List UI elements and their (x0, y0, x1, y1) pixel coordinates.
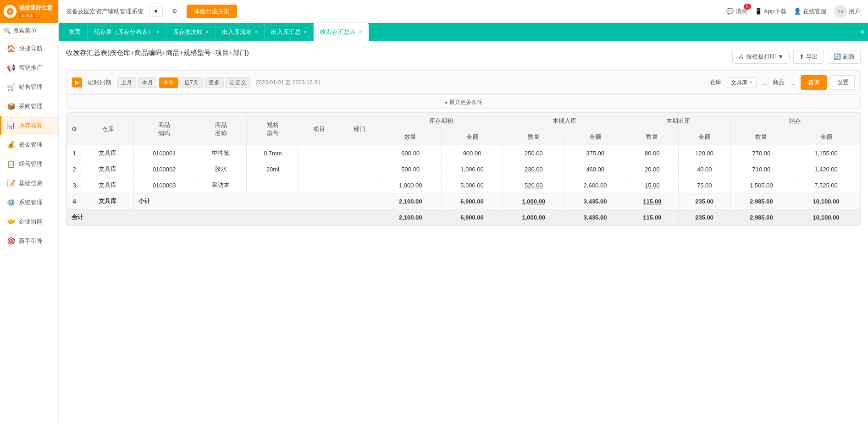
basic-icon: 📝 (7, 179, 15, 187)
system-title: 装备及固定资产辅助管理系统 (66, 7, 144, 16)
cell-opening-amt: 900.00 (441, 145, 503, 161)
subtotal-in-qty[interactable]: 1,000.00 (503, 193, 564, 209)
th-settings[interactable]: ⚙ (67, 113, 82, 145)
tab-receive-send[interactable]: 收发存汇总表 × (314, 23, 369, 41)
warehouse-more[interactable]: ... (762, 79, 767, 86)
th-in-qty: 数量 (503, 129, 564, 145)
header-actions: 🖨 按模板打印 ▼ ⬆ 导出 🔄 刷新 (732, 50, 861, 64)
goods-more[interactable]: ... (790, 79, 795, 86)
th-period-out: 本期出库 (626, 113, 730, 129)
sidebar-item-operation[interactable]: 📋 经营管理 (0, 154, 58, 174)
date-btn-7days[interactable]: 近7天 (180, 77, 203, 88)
tab-close-icon[interactable]: × (254, 29, 258, 35)
sidebar-item-purchase[interactable]: 📦 采购管理 (0, 97, 58, 116)
sidebar-item-corp[interactable]: 🤝 企业协同 (0, 212, 58, 231)
tab-close-icon[interactable]: × (359, 29, 362, 35)
cell-out-qty[interactable]: 15.00 (626, 177, 678, 193)
filter-expand-button[interactable]: ▶ (72, 77, 82, 88)
settings-button[interactable]: 设置 (831, 75, 855, 90)
search-menu-item[interactable]: 🔍 搜索菜单 (0, 23, 58, 39)
cell-name: 中性笔 (195, 145, 247, 161)
filter-bar: ▶ 记账日期 上月 本月 本年 近7天 更多 自定义 2023-01-01 至 … (66, 70, 861, 95)
cell-in-qty[interactable]: 250.00 (503, 145, 564, 161)
warehouse-remove-icon[interactable]: × (749, 79, 752, 86)
cell-index: 3 (67, 177, 82, 193)
page-header: 收发存汇总表(按仓库+商品编码+商品+规格型号+项目+部门) 🖨 按模板打印 ▼… (66, 49, 861, 65)
app-name: 畅捷通好生意 (19, 4, 52, 12)
app-download-item[interactable]: 📱 App下载 (755, 7, 786, 16)
expand-more-bar[interactable]: ▾ 展开更多条件 (66, 97, 861, 109)
tab-inventory-dist[interactable]: 现存量（库存分布表） × (88, 23, 166, 41)
user-item[interactable]: Ea 用户 (834, 5, 861, 18)
th-spec: 规格型号 (247, 113, 299, 145)
tab-bar-close-button[interactable]: × (860, 28, 864, 36)
date-btn-this-year[interactable]: 本年 (159, 77, 178, 88)
date-btn-custom[interactable]: 自定义 (226, 77, 250, 88)
ea-label: Ea (837, 9, 843, 14)
date-btn-more[interactable]: 更多 (205, 77, 224, 88)
sidebar-item-quick-nav[interactable]: 🏠 快捷导航 (0, 39, 58, 58)
date-btn-this-month[interactable]: 本月 (138, 77, 157, 88)
date-btn-last-month[interactable]: 上月 (117, 77, 136, 88)
sidebar-item-system[interactable]: ⚙️ 系统管理 (0, 193, 58, 212)
filter-row: ▶ 记账日期 上月 本月 本年 近7天 更多 自定义 2023-01-01 至 … (72, 75, 855, 90)
cell-code: 0100003 (133, 177, 195, 193)
cell-code: 0100002 (133, 161, 195, 177)
th-opening-amt: 金额 (441, 129, 503, 145)
cell-out-amt: 40.00 (678, 161, 730, 177)
tab-close-icon[interactable]: × (205, 29, 209, 35)
query-button[interactable]: 查询 (801, 75, 827, 90)
warehouse-tag[interactable]: 文具库 × (727, 77, 757, 88)
page-title: 收发存汇总表(按仓库+商品编码+商品+规格型号+项目+部门) (66, 49, 249, 57)
app-tag: 标准版 (19, 13, 35, 18)
export-label: 导出 (806, 53, 818, 61)
cell-in-qty[interactable]: 230.00 (503, 161, 564, 177)
cell-out-qty[interactable]: 20.00 (626, 161, 678, 177)
tab-flow[interactable]: 出入库流水 × (216, 23, 265, 41)
system-icon: ⚙️ (7, 198, 15, 207)
refresh-button[interactable]: 🔄 刷新 (828, 50, 861, 64)
data-table-container: ⚙ 仓库 商品编码 商品名称 规格型号 项目 部门 库存期初 本期入库 本期出库 (66, 112, 861, 226)
tab-label: 出入库汇总 (271, 28, 301, 36)
cell-opening-amt: 5,000.00 (441, 177, 503, 193)
sidebar-item-label: 企业协同 (19, 218, 43, 226)
sidebar-item-marketing[interactable]: 📢 营销推广 (0, 58, 58, 77)
print-button[interactable]: 🖨 按模板打印 ▼ (732, 50, 790, 64)
tab-batch[interactable]: 库存批次账 × (166, 23, 216, 41)
cell-out-qty[interactable]: 80.00 (626, 145, 678, 161)
th-name: 商品名称 (195, 113, 247, 145)
total-row: 合计 2,100.00 6,900.00 1,000.00 3,435.00 1… (67, 209, 860, 225)
date-label: 记账日期 (88, 78, 111, 87)
sidebar-item-guide[interactable]: 🎯 新手引导 (0, 231, 58, 251)
system-select[interactable]: ▼ (149, 6, 163, 17)
total-out-qty: 115.00 (626, 209, 678, 225)
message-item[interactable]: 💬 消息 6 (726, 7, 747, 16)
sidebar-item-sales[interactable]: 🛒 销售管理 (0, 77, 58, 97)
cell-in-qty[interactable]: 520.00 (503, 177, 564, 193)
cell-spec: 20ml (247, 161, 299, 177)
tab-label: 库存批次账 (173, 28, 203, 36)
data-table: ⚙ 仓库 商品编码 商品名称 规格型号 项目 部门 库存期初 本期入库 本期出库 (66, 113, 860, 225)
online-service-item[interactable]: 👤 在线客服 (794, 7, 827, 16)
inventory-icon: 📊 (7, 121, 15, 130)
sidebar-item-basic[interactable]: 📝 基础信息 (0, 174, 58, 193)
cell-warehouse: 文具库 (82, 161, 134, 177)
export-button[interactable]: ⬆ 导出 (793, 50, 824, 64)
th-out-qty: 数量 (626, 129, 678, 145)
total-out-amt: 235.00 (678, 209, 730, 225)
tab-summary[interactable]: 出入库汇总 × (265, 23, 314, 41)
try-button[interactable]: 体验行业方案 (187, 5, 237, 18)
sidebar-item-finance[interactable]: 💰 资金管理 (0, 135, 58, 154)
sidebar-item-inventory[interactable]: 📊 库存核算 (0, 116, 58, 135)
cell-index: 1 (67, 145, 82, 161)
main-content: 装备及固定资产辅助管理系统 ▼ ⚙ 体验行业方案 💬 消息 6 📱 App下载 (59, 0, 868, 423)
subtotal-out-qty[interactable]: 115.00 (626, 193, 678, 209)
settings-icon[interactable]: ⚙ (168, 5, 181, 18)
tab-home[interactable]: 首页 (62, 23, 88, 41)
tab-close-icon[interactable]: × (304, 29, 307, 35)
goods-label: 商品 (773, 78, 785, 87)
tab-home-label: 首页 (69, 28, 81, 36)
cell-project (299, 161, 339, 177)
total-in-qty: 1,000.00 (503, 209, 564, 225)
tab-close-icon[interactable]: × (156, 29, 160, 35)
